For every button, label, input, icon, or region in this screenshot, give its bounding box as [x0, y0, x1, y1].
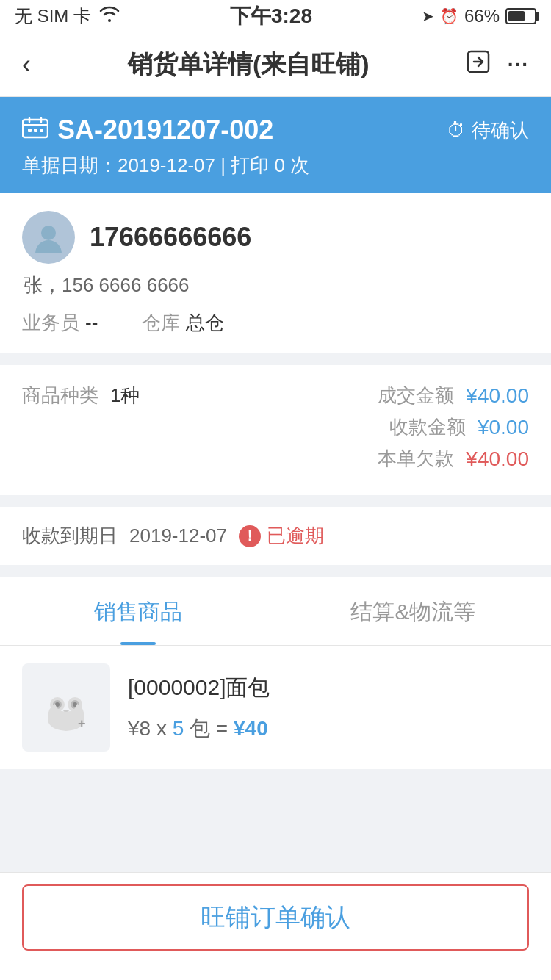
product-info: [0000002]面包 ¥8 x 5 包 = ¥40	[128, 673, 529, 743]
status-badge: ⏱ 待确认	[447, 118, 529, 143]
overdue-label: 已逾期	[267, 523, 324, 549]
back-button[interactable]: ‹	[22, 49, 31, 80]
summary-right: 成交金额 ¥40.00 收款金额 ¥0.00 本单欠款 ¥40.00	[378, 383, 529, 478]
status-bar-time: 下午3:28	[230, 2, 312, 30]
payment-amount-row: 收款金额 ¥0.00	[378, 414, 529, 440]
customer-meta: 业务员 -- 仓库 总仓	[22, 310, 529, 336]
overdue-badge: ! 已逾期	[239, 523, 324, 549]
order-icon	[22, 115, 48, 145]
balance-amount-row: 本单欠款 ¥40.00	[378, 446, 529, 472]
svg-rect-4	[40, 129, 43, 132]
due-label: 收款到期日	[22, 523, 118, 549]
battery-percent: 66%	[464, 6, 500, 26]
summary-section: 商品种类 1种 成交金额 ¥40.00 收款金额 ¥0.00 本单欠款 ¥40.…	[0, 365, 551, 495]
share-button[interactable]	[467, 50, 490, 79]
salesperson-field: 业务员 --	[22, 310, 98, 336]
confirm-button[interactable]: 旺铺订单确认	[22, 884, 529, 951]
tabs-row: 销售商品 结算&物流等	[0, 577, 551, 646]
customer-section: 17666666666 张，156 6666 6666 业务员 -- 仓库 总仓	[0, 193, 551, 353]
status-bar-left: 无 SIM 卡	[15, 4, 120, 28]
svg-point-5	[41, 226, 56, 240]
nav-bar: ‹ 销货单详情(来自旺铺) ···	[0, 32, 551, 97]
customer-name: 张，156 6666 6666	[22, 273, 529, 298]
tab-sales[interactable]: 销售商品	[0, 577, 276, 645]
tabs-section: 销售商品 结算&物流等	[0, 577, 551, 646]
battery-icon	[505, 8, 536, 24]
avatar	[22, 211, 75, 264]
header-date-row: 单据日期：2019-12-07 | 打印 0 次	[22, 153, 529, 179]
svg-text:+: +	[78, 716, 86, 731]
due-date: 2019-12-07	[129, 525, 227, 547]
product-image: +	[22, 663, 110, 752]
product-price: ¥8 x 5 包 = ¥40	[128, 715, 529, 743]
tab-settlement[interactable]: 结算&物流等	[276, 577, 551, 645]
more-button[interactable]: ···	[508, 53, 529, 76]
svg-rect-2	[28, 129, 32, 132]
order-id: SA-20191207-002	[22, 115, 273, 145]
carrier-label: 无 SIM 卡	[15, 4, 91, 28]
summary-left: 商品种类 1种	[22, 383, 140, 408]
warehouse-field: 仓库 总仓	[142, 310, 224, 336]
bottom-bar: 旺铺订单确认	[0, 872, 551, 980]
product-section: + [0000002]面包 ¥8 x 5 包 = ¥40	[0, 646, 551, 769]
location-icon: ➤	[422, 7, 434, 25]
product-name: [0000002]面包	[128, 673, 529, 703]
alarm-icon: ⏰	[440, 7, 458, 25]
deal-amount-row: 成交金额 ¥40.00	[378, 383, 529, 408]
customer-phone: 17666666666	[90, 222, 251, 253]
overdue-icon: !	[239, 525, 261, 547]
clock-icon: ⏱	[447, 119, 466, 142]
header-card: SA-20191207-002 ⏱ 待确认 单据日期：2019-12-07 | …	[0, 97, 551, 193]
due-section: 收款到期日 2019-12-07 ! 已逾期	[0, 507, 551, 565]
svg-rect-3	[34, 129, 37, 132]
nav-right: ···	[467, 50, 529, 79]
page-title: 销货单详情(来自旺铺)	[128, 48, 370, 82]
status-bar: 无 SIM 卡 下午3:28 ➤ ⏰ 66%	[0, 0, 551, 32]
wifi-icon	[98, 6, 120, 26]
status-bar-right: ➤ ⏰ 66%	[422, 6, 536, 26]
